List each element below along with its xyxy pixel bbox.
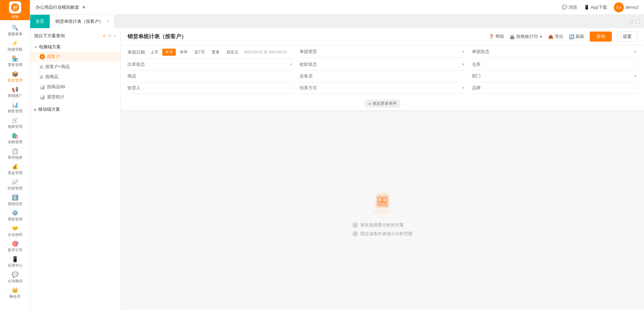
sidebar-label-guide: 新手引导 [8, 248, 22, 253]
scheme-item-by-product-99[interactable]: 📊 按商品99 [30, 82, 120, 92]
out-status-dropdown[interactable]: ▼ [289, 62, 293, 66]
scheme-item-refund[interactable]: 📊 退货统计 [30, 92, 120, 102]
print-button[interactable]: 🖨️ 按模板打印 ▼ [509, 34, 543, 40]
maximize-icon[interactable]: ⛶ [635, 19, 640, 24]
scheme-label-refund: 退货统计 [47, 94, 64, 100]
sidebar-item-ecommerce[interactable]: 🛒 电商管理 [0, 115, 30, 131]
filter-salesperson: 业务员 ··· [300, 73, 465, 82]
member-icon: 👑 [12, 287, 18, 293]
sidebar-item-inventory[interactable]: 📋 库存核算 [0, 146, 30, 162]
collapse-arrow-icon: ∧ [368, 101, 371, 106]
date-btn-last-month[interactable]: 上月 [148, 49, 161, 56]
date-btn-custom[interactable]: 自定义 [224, 49, 241, 56]
filter-out-status: 出库状态 ▼ [127, 61, 293, 70]
sidebar-item-retail[interactable]: 🏪 零售管理 [0, 54, 30, 69]
ecommerce-icon: 🛒 [12, 117, 18, 123]
sidebar-item-purchase[interactable]: 🛍️ 采购管理 [0, 131, 30, 146]
help-button[interactable]: ❓ 帮助 [489, 34, 504, 40]
doc-type-dropdown[interactable]: ▼ [462, 50, 465, 54]
settings-button[interactable]: 设置 [617, 32, 637, 42]
sidebar-item-system[interactable]: ⚙️ 系统管理 [0, 208, 30, 223]
scheme-item-by-product[interactable]: ⊞ 按商品 [30, 72, 120, 82]
workspace-dropdown[interactable]: ▼ [82, 5, 86, 10]
sidebar-label-operations: 经营管理 [8, 186, 22, 191]
sidebar-item-enterprise[interactable]: 🤝 企业协同 [0, 223, 30, 239]
department-label: 部门 [472, 73, 492, 79]
sidebar-item-operations[interactable]: 📈 经营管理 [0, 177, 30, 193]
side-panel: 按以下方案查询 + ⊙ « ▼ 电脑端方案 ● 按客户 ⊞ 按 [30, 28, 121, 310]
export-button[interactable]: 📤 导出 [548, 34, 564, 40]
user-profile[interactable]: Ea demo2 [614, 2, 639, 12]
guide-icon: 🎯 [12, 241, 18, 247]
sidebar-item-sales[interactable]: 📊 销售管理 [0, 100, 30, 115]
message-icon: 💬 [562, 5, 567, 10]
filter-row-3: 商品 ··· 业务员 ··· 部门 [121, 70, 644, 82]
content-area: 按以下方案查询 + ⊙ « ▼ 电脑端方案 ● 按客户 ⊞ 按 [30, 28, 644, 310]
scheme-label-by-customer-product: 按客户+商品 [45, 64, 70, 70]
logo-icon: 好 [9, 1, 21, 13]
scheme-group-desktop-title[interactable]: ▼ 电脑端方案 [30, 42, 120, 52]
doc-status-value: ▼ [492, 50, 637, 54]
sidebar-item-apps[interactable]: 📱 应用中心 [0, 254, 30, 270]
message-button[interactable]: 💬 消息 [562, 4, 577, 10]
page-title: 销货单统计表（按客户） [127, 33, 186, 40]
sidebar-item-guide[interactable]: 🎯 新手引导 [0, 239, 30, 254]
warehouse-dots[interactable]: ··· [634, 62, 637, 66]
payment-dropdown[interactable]: ▼ [462, 86, 465, 90]
refresh-button[interactable]: 🔄 刷新 [569, 34, 584, 40]
tab-home[interactable]: 首页 [30, 15, 50, 28]
date-btn-more[interactable]: 更多 [209, 49, 222, 56]
basic-icon: ℹ️ [12, 194, 18, 201]
edit-scheme-icon[interactable]: ⊙ [108, 33, 112, 39]
department-dropdown[interactable]: ▼ [634, 74, 637, 78]
scheme-active-icon: ● [40, 54, 45, 59]
sidebar-item-wechat[interactable]: 💬 企业微信 [0, 270, 30, 285]
main-content: 销货单统计表（按客户） ❓ 帮助 🖨️ 按模板打印 ▼ 📤 导出 [121, 28, 644, 310]
app-download-button[interactable]: 📱 App下载 [584, 4, 607, 10]
date-btn-7days[interactable]: 近7天 [192, 49, 208, 56]
wechat-icon: 💬 [12, 271, 18, 278]
sidebar-label-retail: 零售管理 [8, 62, 22, 67]
sidebar-item-finance[interactable]: 💰 资金管理 [0, 162, 30, 177]
app-logo[interactable]: 好 标版 [0, 0, 30, 20]
filter-row-1: 单据日期 上月 本月 本年 近7天 更多 自定义 2023-03-01 至 20… [121, 45, 644, 59]
print-arrow-icon: ▼ [539, 35, 543, 39]
product-dots[interactable]: ··· [290, 74, 293, 78]
collapse-panel-icon[interactable]: « [114, 33, 116, 39]
sidebar-item-basic[interactable]: ℹ️ 基础信息 [0, 193, 30, 208]
sidebar-item-wholesale[interactable]: 📦 批发管理 [0, 69, 30, 85]
query-button[interactable]: 查询 [590, 32, 612, 42]
sidebar-item-marketing[interactable]: 📢 营销推广 [0, 85, 30, 100]
brand-dots[interactable]: ··· [634, 86, 637, 90]
empty-tip-2: 2 用过滤条件来缩小分析范围 [352, 231, 413, 237]
tip-num-2: 2 [352, 231, 358, 237]
left-sidebar: 好 标版 🔍 搜索菜单 ⚡ 快捷导航 🏪 零售管理 📦 批发管理 📢 营销推广 … [0, 0, 30, 310]
group-arrow-desktop: ▼ [34, 45, 38, 49]
date-btn-this-month[interactable]: 本月 [162, 49, 176, 56]
salesperson-dots[interactable]: ··· [462, 74, 465, 78]
sidebar-item-shortcut[interactable]: ⚡ 快捷导航 [0, 38, 30, 54]
collapse-button[interactable]: ∧ 收起更多条件 [364, 99, 401, 108]
sidebar-item-search[interactable]: 🔍 搜索菜单 [0, 23, 30, 38]
sidebar-item-member[interactable]: 👑 畅会员 [0, 285, 30, 301]
tip-num-1: 1 [352, 222, 358, 228]
tab-sales-stats[interactable]: 销货单统计表（按客户） × [50, 15, 115, 28]
doc-status-dropdown[interactable]: ▼ [634, 50, 637, 54]
add-scheme-icon[interactable]: + [103, 33, 106, 39]
scheme-item-by-customer[interactable]: ● 按客户 [30, 52, 120, 62]
filter-section: 单据日期 上月 本月 本年 近7天 更多 自定义 2023-03-01 至 20… [121, 45, 644, 111]
help-label: 帮助 [495, 34, 504, 40]
print-label: 按模板打印 [516, 34, 538, 40]
tab-close-icon[interactable]: × [107, 19, 109, 24]
filter-receiver: 收货人 ··· [127, 85, 293, 94]
window-icon[interactable]: □ [630, 19, 633, 24]
scheme-group-mobile-title[interactable]: ▶ 移动端方案 [30, 105, 120, 114]
username-label: demo2 [625, 5, 639, 10]
receiver-dots[interactable]: ··· [290, 86, 293, 90]
scheme-item-by-customer-product[interactable]: ⊞ 按客户+商品 [30, 62, 120, 72]
collect-status-dropdown[interactable]: ▼ [462, 62, 465, 66]
date-btn-this-year[interactable]: 本年 [177, 49, 191, 56]
svg-point-6 [379, 199, 381, 201]
sidebar-label-marketing: 营销推广 [8, 93, 22, 98]
tab-sales-label: 销货单统计表（按客户） [55, 18, 103, 24]
